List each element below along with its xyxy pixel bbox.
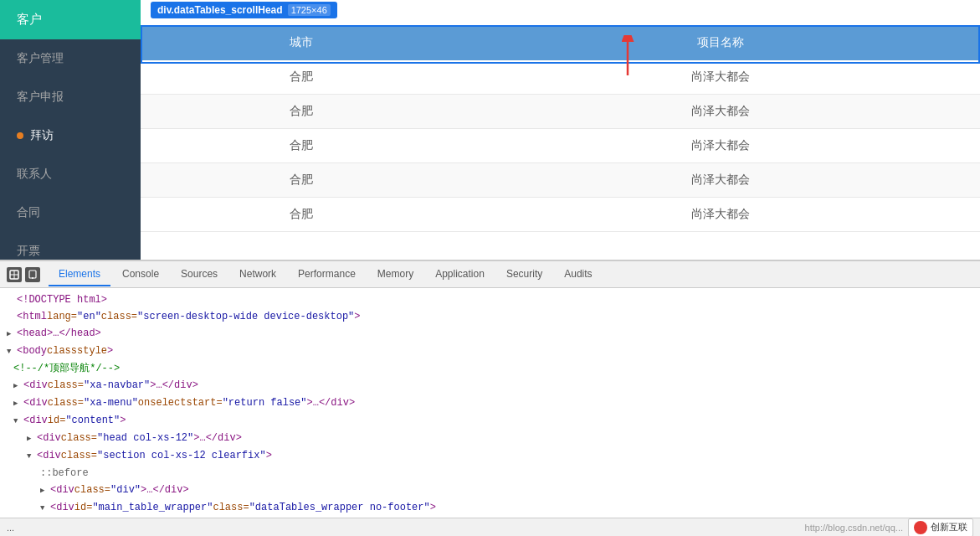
tab-performance[interactable]: Performance	[288, 263, 366, 286]
sidebar-item-label: 合同	[17, 205, 40, 220]
watermark-brand-box: 创新互联	[908, 518, 973, 537]
tab-network[interactable]: Network	[229, 263, 286, 286]
expand-icon[interactable]	[13, 395, 23, 411]
sidebar-item-label: 拜访	[30, 128, 54, 143]
table-row: 合肥尚泽大都会	[141, 129, 980, 163]
code-line: <div class="section col-xs-12 clearfix" …	[0, 447, 980, 465]
sidebar-item-label: 客户管理	[17, 51, 64, 66]
expand-icon[interactable]	[27, 448, 37, 464]
tab-security[interactable]: Security	[496, 263, 552, 286]
sidebar-item-label: 客户申报	[17, 90, 64, 105]
table-row: 合肥尚泽大都会	[141, 163, 980, 198]
tab-sources[interactable]: Sources	[171, 263, 228, 286]
code-line: <div id="content" >	[0, 412, 980, 430]
sidebar-item-label: 开票	[17, 244, 40, 259]
status-dots: ...	[7, 523, 14, 533]
code-line: <div class="head col-xs-12" >…</div>	[0, 430, 980, 447]
devtools-statusbar: ... http://blog.csdn.net/qq... 创新互联	[0, 518, 980, 536]
table-header-row: 城市 项目名称	[141, 25, 980, 60]
table-row: 合肥尚泽大都会	[141, 60, 980, 95]
expand-icon[interactable]	[40, 482, 50, 498]
expand-icon[interactable]	[27, 430, 37, 446]
browser-area: 客户 客户管理 客户申报 拜访 联系人 合同 开票 公海 div.dataTab…	[0, 0, 980, 260]
sidebar-item-invoice[interactable]: 开票	[0, 232, 141, 260]
code-line: <html lang="en" class="screen-desktop-wi…	[0, 308, 980, 325]
main-content: div.dataTables_scrollHead 1725×46 城市 项目	[141, 0, 980, 260]
tooltip-dimensions: 1725×46	[288, 4, 331, 16]
devtools-code-area[interactable]: <!DOCTYPE html> <html lang="en" class="s…	[0, 288, 980, 518]
tooltip-tag: div.dataTables_scrollHead	[157, 4, 283, 16]
expand-icon[interactable]	[7, 343, 17, 359]
sidebar-item-customer-report[interactable]: 客户申报	[0, 78, 141, 116]
table-row: 合肥尚泽大都会	[141, 95, 980, 129]
devtools-panel: Elements Console Sources Network Perform…	[0, 260, 980, 536]
expand-icon[interactable]	[13, 413, 23, 429]
code-line: <div class="xa-menu" onselectstart="retu…	[0, 394, 980, 412]
sidebar-item-label: 联系人	[17, 167, 52, 182]
tab-console[interactable]: Console	[112, 263, 169, 286]
code-line: <!DOCTYPE html>	[0, 291, 980, 308]
tab-elements[interactable]: Elements	[49, 263, 110, 286]
code-line: <head>…</head>	[0, 325, 980, 343]
sidebar: 客户 客户管理 客户申报 拜访 联系人 合同 开票 公海	[0, 0, 141, 260]
table-row: 合肥尚泽大都会	[141, 198, 980, 232]
devtools-icons	[7, 267, 40, 282]
tab-application[interactable]: Application	[425, 263, 495, 286]
watermark-url: http://blog.csdn.net/qq...	[805, 523, 903, 533]
code-line: <div class="div" >…</div>	[0, 482, 980, 499]
watermark: http://blog.csdn.net/qq... 创新互联	[805, 518, 973, 537]
brand-name: 创新互联	[931, 521, 967, 533]
sidebar-item-contacts[interactable]: 联系人	[0, 155, 141, 193]
tab-audits[interactable]: Audits	[554, 263, 602, 286]
col-header-city: 城市	[141, 25, 461, 60]
code-line: <!--/*顶部导航*/-->	[0, 360, 980, 377]
sidebar-item-contract[interactable]: 合同	[0, 193, 141, 232]
svg-rect-5	[29, 271, 36, 278]
sidebar-item-visit[interactable]: 拜访	[0, 116, 141, 155]
code-line: <div class="xa-navbar" >…</div>	[0, 377, 980, 394]
code-line: ::before	[0, 465, 980, 482]
col-header-project: 项目名称	[461, 25, 980, 60]
sidebar-top-item[interactable]: 客户	[0, 0, 141, 39]
tab-memory[interactable]: Memory	[367, 263, 423, 286]
code-line: <div id="main_table_wrapper" class="data…	[0, 499, 980, 517]
expand-icon[interactable]	[40, 500, 50, 516]
code-line: <body class style >	[0, 343, 980, 360]
expand-icon[interactable]	[7, 326, 17, 342]
device-icon[interactable]	[25, 267, 40, 282]
active-dot	[17, 132, 23, 139]
devtools-toolbar: Elements Console Sources Network Perform…	[0, 261, 980, 288]
devtools-element-tooltip: div.dataTables_scrollHead 1725×46	[151, 2, 337, 18]
brand-logo	[914, 521, 927, 534]
inspect-icon[interactable]	[7, 267, 22, 282]
expand-icon[interactable]	[13, 378, 23, 394]
sidebar-item-customer-mgmt[interactable]: 客户管理	[0, 39, 141, 78]
sidebar-top-label: 客户	[17, 12, 42, 28]
data-table: 城市 项目名称 合肥尚泽大都会合肥尚泽大都会合肥尚泽大都会合肥尚泽大都会合肥尚泽…	[141, 25, 980, 232]
